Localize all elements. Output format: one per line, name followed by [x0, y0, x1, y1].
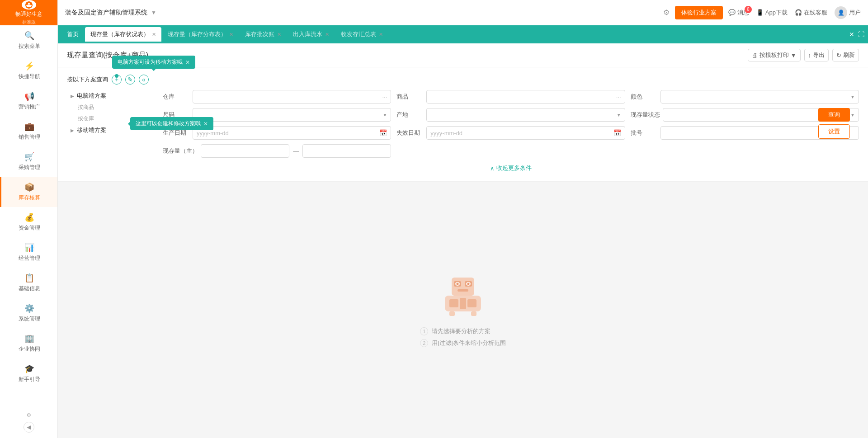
- edit-scheme-btn[interactable]: ✎: [125, 75, 135, 85]
- production-date-calendar-icon: 📅: [379, 129, 387, 137]
- scheme-by-goods[interactable]: 按商品: [74, 102, 148, 113]
- filter-row-3: 生产日期 yyyy-mm-dd 📅 失效日期 yyyy-mm-dd 📅: [163, 126, 859, 140]
- message-action[interactable]: 💬 消息 6: [728, 9, 749, 17]
- origin-chevron: ▼: [617, 113, 621, 118]
- logo-text: 畅通好生意: [15, 10, 42, 18]
- basic-icon: 📋: [24, 273, 34, 283]
- warehouse-select[interactable]: ···: [193, 90, 391, 104]
- color-select[interactable]: ▼: [660, 90, 859, 104]
- tip-1-text: 请先选择要分析的方案: [432, 327, 491, 335]
- sidebar-bottom: ⚙ ◀: [0, 407, 57, 438]
- sidebar-item-guide[interactable]: 🎓 新手引导: [0, 358, 57, 389]
- sidebar-item-system[interactable]: ⚙️ 系统管理: [0, 298, 57, 328]
- tab-summary-close[interactable]: ✕: [379, 32, 383, 38]
- goods-select[interactable]: ···: [426, 90, 625, 104]
- sidebar-item-marketing[interactable]: 📢 营销推广: [0, 86, 57, 116]
- sidebar-item-search[interactable]: 🔍 搜索菜单: [0, 25, 57, 56]
- tooltip-scheme-mobile: 电脑方案可设为移动方案哦 ✕: [112, 56, 195, 69]
- tooltip2-text: 这里可以创建和修改方案哦: [136, 120, 201, 127]
- tab-close-all-icon[interactable]: ✕: [849, 31, 854, 38]
- warehouse-more-icon: ···: [382, 94, 387, 100]
- sidebar-item-quicknav-label: 快捷导航: [19, 73, 40, 80]
- tab-home[interactable]: 首页: [61, 30, 84, 38]
- tab-inventory-dist-close[interactable]: ✕: [229, 32, 233, 38]
- stock-main-label: 现存量（主）: [163, 147, 198, 155]
- tree-arrow-mobile: ▶: [71, 128, 74, 133]
- scheme-desktop-label: 电脑端方案: [77, 92, 106, 100]
- filter-row-4: 现存量（主） —: [163, 144, 859, 158]
- search-btn[interactable]: 查询: [818, 108, 850, 122]
- tab-inventory-dist[interactable]: 现存量（库存分布表） ✕: [162, 27, 239, 42]
- app-download-label: App下载: [765, 9, 788, 17]
- filter-body: ▶ 电脑端方案 按商品 按仓库 ▶ 移动端方案: [67, 90, 859, 174]
- goods-more-icon: ···: [616, 94, 621, 100]
- expiry-date-label: 失效日期: [396, 129, 424, 137]
- sidebar-item-search-label: 搜索菜单: [19, 42, 40, 50]
- sidebar-item-finance[interactable]: 💰 资金管理: [0, 207, 57, 237]
- sidebar-nav: 🔍 搜索菜单 ⚡ 快捷导航 📢 营销推广 💼 销售管理 🛒 采购管理 📦 库存核…: [0, 25, 57, 407]
- scheme-desktop[interactable]: ▶ 电脑端方案: [67, 90, 148, 102]
- add-scheme-btn[interactable]: +: [112, 75, 122, 85]
- tab-inventory-dist-label: 现存量（库存分布表）: [168, 30, 226, 38]
- size-select[interactable]: ▼: [193, 108, 391, 122]
- tip-num-2: 2: [420, 339, 428, 347]
- collapse-icon: ∧: [490, 165, 495, 172]
- more-conditions-btn[interactable]: ∧ 收起更多条件: [490, 162, 532, 174]
- dot-indicator: [115, 74, 118, 78]
- experience-btn[interactable]: 体验行业方案: [675, 6, 723, 19]
- expiry-date-input[interactable]: yyyy-mm-dd 📅: [426, 126, 625, 140]
- export-icon: ↑: [808, 52, 811, 59]
- print-template-btn[interactable]: 🖨 按模板打印 ▼: [748, 49, 801, 61]
- sidebar-item-basic[interactable]: 📋 基础信息: [0, 268, 57, 298]
- filter-color: 颜色 ▼: [631, 90, 859, 104]
- sidebar-item-operations[interactable]: 📊 经营管理: [0, 237, 57, 268]
- tab-flow[interactable]: 出入库流水 ✕: [288, 27, 335, 42]
- avatar: 👤: [835, 6, 847, 19]
- svg-point-5: [457, 283, 459, 285]
- reset-btn[interactable]: 设置: [818, 124, 850, 139]
- sidebar-item-quicknav[interactable]: ⚡ 快捷导航: [0, 56, 57, 86]
- tooltip2-close[interactable]: ✕: [203, 121, 208, 127]
- sidebar-item-purchase[interactable]: 🛒 采购管理: [0, 146, 57, 177]
- tab-batch[interactable]: 库存批次账 ✕: [240, 27, 287, 42]
- tooltip1-close[interactable]: ✕: [185, 59, 190, 66]
- tab-inventory-status-close[interactable]: ✕: [152, 32, 156, 38]
- tree-arrow-desktop: ▶: [71, 94, 74, 99]
- more-conditions: ∧ 收起更多条件: [163, 162, 859, 174]
- tab-summary[interactable]: 收发存汇总表 ✕: [335, 27, 388, 42]
- size-chevron: ▼: [382, 113, 387, 118]
- sidebar-item-enterprise[interactable]: 🏢 企业协同: [0, 328, 57, 358]
- settings-bottom[interactable]: ⚙: [27, 412, 31, 418]
- tab-flow-close[interactable]: ✕: [325, 32, 329, 38]
- range-sep: —: [293, 148, 299, 155]
- tab-inventory-status[interactable]: 现存量（库存状况表） ✕: [85, 27, 161, 42]
- scheme-mobile-label: 移动端方案: [77, 126, 106, 134]
- logo-subtext: 标准版: [22, 19, 36, 25]
- stock-main-min[interactable]: [201, 144, 289, 158]
- tab-fullscreen-icon[interactable]: ⛶: [858, 31, 864, 38]
- sidebar-item-inventory[interactable]: 📦 库存核算: [0, 177, 57, 207]
- header-settings-icon[interactable]: ⚙: [663, 8, 670, 17]
- filter-origin: 产地 ▼: [396, 108, 625, 122]
- tab-bar-actions: ✕ ⛶: [849, 31, 864, 38]
- sidebar-item-sales[interactable]: 💼 销售管理: [0, 116, 57, 146]
- filter-expiry-date: 失效日期 yyyy-mm-dd 📅: [396, 126, 625, 140]
- back-scheme-btn[interactable]: «: [139, 75, 149, 85]
- filter-header: 按以下方案查询 + ✎ « 电脑方案可设为移动方案哦 ✕: [67, 75, 859, 85]
- collapse-sidebar-btn[interactable]: ◀: [24, 422, 34, 433]
- online-service-action[interactable]: 🎧 在线客服: [795, 9, 827, 17]
- sidebar-item-inventory-label: 库存核算: [19, 194, 40, 202]
- message-icon: 💬: [728, 9, 736, 16]
- message-badge: 6: [745, 6, 752, 13]
- refresh-btn[interactable]: ↻ 刷新: [832, 49, 859, 61]
- stock-main-max[interactable]: [302, 144, 391, 158]
- production-date-input[interactable]: yyyy-mm-dd 📅: [193, 126, 391, 140]
- app-download-action[interactable]: 📱 App下载: [756, 9, 788, 17]
- export-btn[interactable]: ↑ 导出: [804, 49, 829, 61]
- tab-batch-close[interactable]: ✕: [277, 32, 281, 38]
- by-goods-label: 按商品: [78, 104, 94, 111]
- tab-flow-label: 出入库流水: [293, 30, 322, 38]
- origin-select[interactable]: ▼: [426, 108, 625, 122]
- expiry-date-value: yyyy-mm-dd: [430, 130, 462, 137]
- user-action[interactable]: 👤 用户: [835, 6, 861, 19]
